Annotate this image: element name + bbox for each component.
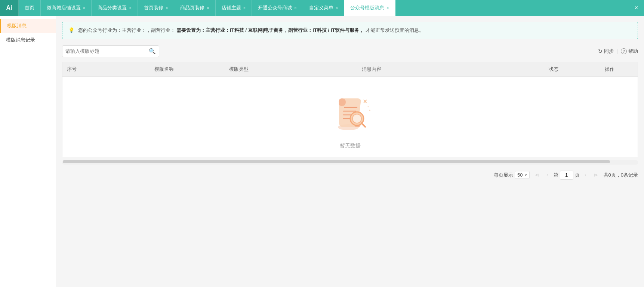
tab-template-msg[interactable]: 公众号模版消息 × xyxy=(344,0,395,16)
tab-wechat-shop-close[interactable]: × xyxy=(83,6,85,10)
col-action: 操作 xyxy=(600,62,638,77)
data-table-wrapper: 序号 模版名称 模版类型 消息内容 状态 xyxy=(62,62,638,157)
tab-template-msg-close[interactable]: × xyxy=(386,6,389,10)
tab-open-shop[interactable]: 开通公众号商城 × xyxy=(252,0,303,16)
sync-button[interactable]: ↻ 同步 xyxy=(598,48,614,55)
content-area: 💡 您的公众号行业为：主营行业：，副营行业： 需要设置为：主营行业：IT科技 /… xyxy=(56,16,644,287)
tab-product-category-label: 商品分类设置 xyxy=(98,4,127,11)
svg-point-6 xyxy=(352,114,361,123)
page-size-label: 每页显示 xyxy=(494,172,513,178)
page-size-dropdown[interactable]: 50 ∨ xyxy=(515,171,529,179)
first-page-button[interactable]: ⊲ xyxy=(533,171,542,180)
col-index: 序号 xyxy=(62,62,150,77)
tab-home-decor[interactable]: 首页装修 × xyxy=(138,0,174,16)
empty-icon xyxy=(328,92,373,137)
last-page-button[interactable]: ⊳ xyxy=(592,171,601,180)
pagination: 每页显示 50 ∨ ⊲ ‹ 第 页 › ⊳ 共0页，0条记录 xyxy=(62,168,638,183)
tab-product-decor-label: 商品页装修 xyxy=(180,4,204,11)
prev-page-button[interactable]: ‹ xyxy=(543,171,552,180)
page-prefix: 第 xyxy=(554,172,558,178)
notice-suffix: 才能正常发送预置的消息。 xyxy=(366,27,424,33)
table-header-row: 序号 模版名称 模版类型 消息内容 状态 xyxy=(62,62,638,77)
col-status: 状态 xyxy=(544,62,600,77)
sidebar-item-template-record[interactable]: 模版消息记录 xyxy=(0,33,56,47)
svg-point-10 xyxy=(364,100,366,103)
col-name: 模版名称 xyxy=(150,62,225,77)
search-input-wrap[interactable]: 🔍 xyxy=(62,45,159,57)
main-layout: 模版消息 模版消息记录 💡 您的公众号行业为：主营行业：，副营行业： 需要设置为… xyxy=(0,16,644,287)
scrollbar-thumb[interactable] xyxy=(63,160,610,163)
tab-product-category-close[interactable]: × xyxy=(129,6,131,10)
svg-point-12 xyxy=(367,106,369,107)
tab-custom-menu-label: 自定义菜单 xyxy=(309,4,333,11)
search-icon[interactable]: 🔍 xyxy=(149,48,156,55)
tab-home-label: 首页 xyxy=(25,4,34,11)
tab-template-msg-label: 公众号模版消息 xyxy=(350,4,384,11)
page-number-input[interactable] xyxy=(560,171,573,180)
tab-custom-menu[interactable]: 自定义菜单 × xyxy=(303,0,344,16)
page-size-value: 50 xyxy=(517,172,523,178)
tab-home-decor-label: 首页装修 xyxy=(144,4,163,11)
pagination-summary: 共0页，0条记录 xyxy=(604,172,638,178)
logo-text: Ai xyxy=(6,4,12,11)
svg-point-11 xyxy=(369,110,370,111)
notice-prefix: 您的公众号行业为：主营行业：，副营行业： xyxy=(78,27,175,33)
tab-open-shop-label: 开通公众号商城 xyxy=(258,4,292,11)
search-input[interactable] xyxy=(65,48,149,54)
page-nav: ⊲ ‹ 第 页 › ⊳ xyxy=(533,171,601,180)
empty-state: 暂无数据 xyxy=(62,77,638,157)
global-close-button[interactable]: × xyxy=(629,4,644,11)
tab-shop-theme[interactable]: 店铺主题 × xyxy=(216,0,252,16)
notice-highlight: 需要设置为：主营行业：IT科技 / 互联网|电子商务，副营行业：IT科技 / I… xyxy=(176,27,364,33)
tab-home-decor-close[interactable]: × xyxy=(166,6,168,10)
col-type: 模版类型 xyxy=(225,62,357,77)
sidebar-item-template-message-label: 模版消息 xyxy=(7,23,27,28)
tab-shop-theme-label: 店铺主题 xyxy=(222,4,241,11)
tab-product-decor[interactable]: 商品页装修 × xyxy=(174,0,215,16)
tab-shop-theme-close[interactable]: × xyxy=(243,6,246,10)
close-icon: × xyxy=(635,4,638,11)
tab-home[interactable]: 首页 xyxy=(19,0,41,16)
search-bar: 🔍 ↻ 同步 | ? 帮助 xyxy=(62,45,638,57)
tab-product-decor-close[interactable]: × xyxy=(207,6,209,10)
sync-label: 同步 xyxy=(604,48,614,55)
svg-line-7 xyxy=(361,123,365,127)
horizontal-scrollbar[interactable] xyxy=(62,160,638,165)
page-size-select: 每页显示 50 ∨ xyxy=(494,171,529,179)
help-icon: ? xyxy=(621,48,627,54)
notice-box: 💡 您的公众号行业为：主营行业：，副营行业： 需要设置为：主营行业：IT科技 /… xyxy=(62,22,638,39)
col-content: 消息内容 xyxy=(357,62,544,77)
sidebar-item-template-record-label: 模版消息记录 xyxy=(6,37,35,43)
tab-open-shop-close[interactable]: × xyxy=(294,6,296,10)
logo-tab: Ai xyxy=(0,0,19,16)
page-suffix: 页 xyxy=(575,172,580,178)
data-table: 序号 模版名称 模版类型 消息内容 状态 xyxy=(62,62,638,157)
help-button[interactable]: ? 帮助 xyxy=(621,48,638,55)
tab-wechat-shop-label: 微商城店铺设置 xyxy=(47,4,81,11)
sidebar-item-template-message[interactable]: 模版消息 xyxy=(0,19,56,33)
empty-row: 暂无数据 xyxy=(62,76,638,157)
chevron-down-icon: ∨ xyxy=(524,173,527,177)
tab-product-category[interactable]: 商品分类设置 × xyxy=(92,0,138,16)
empty-text: 暂无数据 xyxy=(62,143,638,149)
divider: | xyxy=(617,48,618,54)
notice-icon: 💡 xyxy=(68,27,74,33)
sync-icon: ↻ xyxy=(598,48,603,54)
search-actions: ↻ 同步 | ? 帮助 xyxy=(598,48,638,55)
tab-wechat-shop[interactable]: 微商城店铺设置 × xyxy=(41,0,92,16)
tab-custom-menu-close[interactable]: × xyxy=(336,6,338,10)
next-page-button[interactable]: › xyxy=(581,171,590,180)
tab-bar: Ai 首页 微商城店铺设置 × 商品分类设置 × 首页装修 × 商品页装修 × … xyxy=(0,0,644,16)
sidebar: 模版消息 模版消息记录 xyxy=(0,16,56,287)
help-label: 帮助 xyxy=(628,48,638,55)
